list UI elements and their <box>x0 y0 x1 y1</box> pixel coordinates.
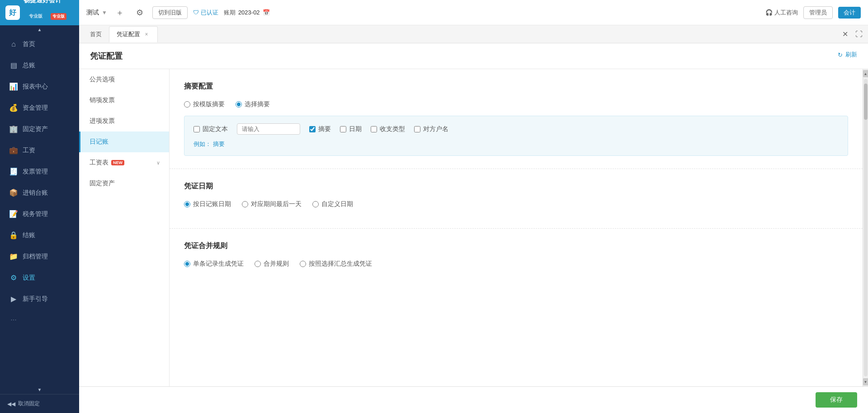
sidebar-item-report[interactable]: 📊 报表中心 <box>0 76 79 97</box>
nav-item-journal[interactable]: 日记账 <box>79 131 169 152</box>
page-wrapper: 凭证配置 ↻ 刷新 公共选项 销项发票 进项发票 <box>79 43 868 413</box>
sidebar-unpin[interactable]: ◀◀ 取消固定 <box>0 394 79 413</box>
radio-journal-date-label[interactable]: 按日记账日期 <box>184 200 231 208</box>
role-button[interactable]: 会计 <box>838 7 861 19</box>
summary-options-box: 固定文本 摘要 日期 <box>184 116 848 156</box>
radio-custom-date-label[interactable]: 自定义日期 <box>312 200 353 208</box>
sidebar-item-extra[interactable]: ··· <box>0 310 79 330</box>
report-icon: 📊 <box>9 82 18 91</box>
sidebar-item-close[interactable]: 🔒 结账 <box>0 225 79 246</box>
sidebar-item-invoice[interactable]: 🧾 发票管理 <box>0 161 79 182</box>
sidebar-scroll-down[interactable]: ▼ <box>0 385 79 394</box>
radio-period-last-label[interactable]: 对应期间最后一天 <box>242 200 302 208</box>
sidebar-item-home[interactable]: ⌂ 首页 <box>0 34 79 55</box>
sidebar-scroll-up[interactable]: ▲ <box>0 25 79 34</box>
counterpart-checkbox[interactable] <box>414 126 420 132</box>
sidebar-item-salary[interactable]: 💼 工资 <box>0 140 79 161</box>
merge-title: 凭证合并规则 <box>184 241 848 251</box>
refresh-button[interactable]: ↻ 刷新 <box>838 51 857 66</box>
radio-template-label[interactable]: 按模版摘要 <box>184 100 225 108</box>
radio-custom-date[interactable] <box>312 201 319 207</box>
topbar: 测试 ▼ ＋ ⚙ 切到旧版 🛡 已认证 账期 2023-02 📅 🎧 人工咨询 … <box>79 0 868 25</box>
scroll-up-btn[interactable]: ▲ <box>863 70 868 77</box>
radio-merge[interactable] <box>255 261 261 267</box>
sidebar-item-assets[interactable]: 🏢 固定资产 <box>0 118 79 140</box>
shield-icon: 🛡 <box>193 9 199 16</box>
settings-icon: ⚙ <box>9 273 18 282</box>
sidebar: 好 畅捷通好会计 专业版 专业版 ▲ ⌂ 首页 ▤ 总账 📊 报表中心 💰 资金… <box>0 0 79 413</box>
content-area: 凭证配置 ↻ 刷新 公共选项 销项发票 进项发票 <box>79 43 868 413</box>
tab-expand-button[interactable]: ⛶ <box>854 28 864 40</box>
add-button[interactable]: ＋ <box>113 5 127 20</box>
nav-item-purchase[interactable]: 进项发票 <box>79 111 169 131</box>
guide-icon: ▶ <box>9 295 18 303</box>
extra-icon: ··· <box>9 316 18 324</box>
nav-item-public[interactable]: 公共选项 <box>79 69 169 90</box>
save-button[interactable]: 保存 <box>816 392 857 408</box>
old-version-button[interactable]: 切到旧版 <box>152 6 188 19</box>
refresh-icon: ↻ <box>838 52 843 58</box>
topbar-right: 🎧 人工咨询 管理员 会计 <box>765 6 861 19</box>
tab-close-icon[interactable]: × <box>143 31 150 38</box>
tab-close-button[interactable]: ✕ <box>840 28 850 40</box>
sidebar-item-settings[interactable]: ⚙ 设置 <box>0 267 79 288</box>
counterpart-check-label[interactable]: 对方户名 <box>414 125 448 133</box>
fixed-text-checkbox[interactable] <box>193 126 200 132</box>
user-button[interactable]: 管理员 <box>803 6 833 19</box>
fixed-text-input[interactable] <box>237 123 300 135</box>
radio-single[interactable] <box>184 261 190 267</box>
nav-item-salary-table[interactable]: 工资表 NEW ∨ <box>79 152 169 173</box>
scroll-thumb[interactable] <box>864 84 868 120</box>
summary-check-label[interactable]: 摘要 <box>309 125 331 133</box>
home-icon: ⌂ <box>9 40 18 48</box>
scroll-track <box>864 79 868 376</box>
summary-checkbox[interactable] <box>309 126 316 132</box>
sidebar-item-trading[interactable]: 📦 进销台账 <box>0 182 79 203</box>
radio-summary-label[interactable]: 按照选择汇总生成凭证 <box>300 260 372 268</box>
radio-template[interactable] <box>184 101 190 108</box>
right-scrollbar[interactable]: ▲ ▼ <box>863 69 868 386</box>
project-selector[interactable]: 测试 ▼ <box>86 9 107 17</box>
tab-home[interactable]: 首页 <box>83 27 109 42</box>
project-name: 测试 <box>86 9 99 17</box>
close-accounts-icon: 🔒 <box>9 231 18 239</box>
invoice-icon: 🧾 <box>9 167 18 176</box>
sidebar-item-guide[interactable]: ▶ 新手引导 <box>0 288 79 310</box>
footer: 保存 <box>79 386 868 413</box>
unpin-icon: ◀◀ <box>7 401 15 407</box>
ledger-icon: ▤ <box>9 61 18 70</box>
radio-single-label[interactable]: 单条记录生成凭证 <box>184 260 244 268</box>
settings-gear-button[interactable]: ⚙ <box>132 5 147 20</box>
date-checkbox[interactable] <box>340 126 346 132</box>
assets-icon: 🏢 <box>9 125 18 133</box>
nav-item-fixed-assets[interactable]: 固定资产 <box>79 173 169 194</box>
tab-voucher-config[interactable]: 凭证配置 × <box>109 26 158 42</box>
fixed-text-label[interactable]: 固定文本 <box>193 125 228 133</box>
nav-item-sales[interactable]: 销项发票 <box>79 90 169 111</box>
merge-radio-group: 单条记录生成凭证 合并规则 按照选择汇总生成凭证 <box>184 260 848 268</box>
tax-icon: 📝 <box>9 210 18 218</box>
radio-period-last[interactable] <box>242 201 248 207</box>
radio-merge-label[interactable]: 合并规则 <box>255 260 289 268</box>
sidebar-item-funds[interactable]: 💰 资金管理 <box>0 97 79 118</box>
radio-summary[interactable] <box>300 261 306 267</box>
app-logo: 好 畅捷通好会计 专业版 专业版 <box>0 0 79 25</box>
date-check-label[interactable]: 日期 <box>340 125 362 133</box>
page-header: 凭证配置 ↻ 刷新 <box>79 43 868 69</box>
sidebar-item-ledger[interactable]: ▤ 总账 <box>0 55 79 76</box>
calendar-icon[interactable]: 📅 <box>263 9 270 16</box>
radio-journal-date[interactable] <box>184 201 190 207</box>
income-type-checkbox[interactable] <box>371 126 377 132</box>
service-button[interactable]: 🎧 人工咨询 <box>765 9 798 17</box>
date-title: 凭证日期 <box>184 182 848 191</box>
project-chevron: ▼ <box>102 9 107 16</box>
certified-badge: 🛡 已认证 <box>193 9 218 17</box>
radio-select[interactable] <box>236 101 242 108</box>
sidebar-item-tax[interactable]: 📝 税务管理 <box>0 203 79 225</box>
radio-select-label[interactable]: 选择摘要 <box>236 100 270 108</box>
scroll-down-btn[interactable]: ▼ <box>863 378 868 385</box>
headset-icon: 🎧 <box>765 9 773 16</box>
summary-radio-group: 按模版摘要 选择摘要 <box>184 100 848 108</box>
income-type-check-label[interactable]: 收支类型 <box>371 125 405 133</box>
sidebar-item-archive[interactable]: 📁 归档管理 <box>0 246 79 267</box>
